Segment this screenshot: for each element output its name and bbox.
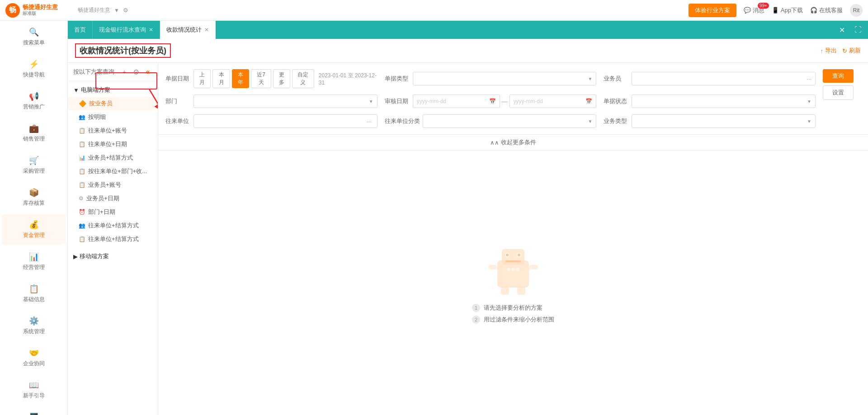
tab-bar: 首页 现金银行流水查询 ✕ 收款情况统计 ✕ ✕ ⛶ [68,21,868,39]
voucher-type-select[interactable]: ▼ [413,72,597,85]
scheme-item-unit-account[interactable]: 📋 往来单位+账号 [68,124,158,137]
review-date-start-input[interactable]: yyyy-mm-dd 📅 [413,94,500,108]
page-content: 收款情况统计(按业务员) ↑ 导出 ↻ 刷新 按以下 [68,39,868,415]
filter-setting-button[interactable]: 设置 [823,85,854,100]
message-action[interactable]: 💬 消息 99+ [744,6,764,14]
active-scheme-icon: 🔶 [79,100,86,107]
user-avatar[interactable]: Rit [850,4,863,17]
mobile-scheme-group-title[interactable]: ▶ 移动端方案 [68,250,158,263]
collapse-label: 收起更多条件 [501,138,536,146]
scheme-item-unit-settlement2[interactable]: 📋 往来单位+结算方式 [68,232,158,246]
query-buttons: 查询 设置 [823,69,854,100]
sidebar-item-operations[interactable]: 📊 经营管理 [2,246,66,277]
sidebar-item-inventory[interactable]: 📦 库存核算 [2,182,66,212]
sidebar-item-sales[interactable]: 💼 销售管理 [2,118,66,148]
review-date-end-input[interactable]: yyyy-mm-dd 📅 [509,94,597,108]
counterpart-category-select[interactable]: ▼ [423,114,597,128]
counterpart-input[interactable]: ··· [193,114,377,128]
tab-bar-actions: ✕ ⛶ [835,24,868,36]
sidebar-label: 系统管理 [23,328,45,335]
sidebar-item-purchase[interactable]: 🛒 采购管理 [2,150,66,180]
trial-button[interactable]: 体验行业方案 [689,4,736,17]
date-tab-custom[interactable]: 自定义 [292,69,314,88]
counterpart-more-icon[interactable]: ··· [365,118,373,125]
date-tab-more[interactable]: 更多 [273,69,290,88]
salesperson-filter: 业务员 ··· [604,72,816,85]
sidebar-item-basics[interactable]: 📋 基础信息 [2,278,66,309]
svg-point-14 [511,268,515,271]
sidebar-item-hardware[interactable]: 🖥️ 智能硬件 [2,407,66,415]
tab-fullscreen-icon[interactable]: ⛶ [852,24,864,36]
sidebar-item-search[interactable]: 🔍 搜索菜单 [2,22,66,52]
calendar-start-icon: 📅 [489,98,496,104]
hardware-icon: 🖥️ [29,412,39,415]
sidebar-item-guide[interactable]: 📖 新手引导 [2,375,66,405]
scheme-group-desktop: ▼ 电脑端方案 🔶 按业务员 👥 按明细 📋 [68,81,158,248]
add-scheme-button[interactable]: + [120,67,129,76]
tab-bank-flow[interactable]: 现金银行流水查询 ✕ [93,21,160,39]
biz-type-label: 业务类型 [604,117,629,125]
app-download-action[interactable]: 📱 App下载 [772,6,803,14]
top-bar: 畅 畅捷通好生意 标准版 畅捷通好生意 ▼ ⚙ 体验行业方案 💬 消息 99+ … [0,0,868,21]
scheme-item-unit-dept[interactable]: 📋 按往来单位+部门+收... [68,165,158,178]
sidebar-item-finance[interactable]: 💰 资金管理 [2,214,66,245]
voucher-status-filter: 单据状态 ▼ [604,94,816,108]
date-tab-this-month[interactable]: 本月 [212,69,230,88]
desktop-scheme-group-title[interactable]: ▼ 电脑端方案 [68,83,158,97]
collapse-panel-button[interactable]: « [143,67,152,76]
date-tab-last-month[interactable]: 上月 [193,69,211,88]
query-button[interactable]: 查询 [823,69,854,83]
scheme-item-dept-date[interactable]: ⏰ 部门+日期 [68,205,158,219]
filter-area: 单据日期 上月 本月 本年 近7天 更多 自定义 [158,63,868,135]
tab-home[interactable]: 首页 [68,21,93,39]
collapse-bar[interactable]: ∧∧ 收起更多条件 [158,135,868,151]
salesperson-account-icon: 📋 [79,182,85,188]
salesperson-input[interactable]: ··· [632,72,816,85]
dept-select[interactable]: ▼ [193,94,377,108]
scheme-item-unit-settlement1[interactable]: 👥 往来单位+结算方式 [68,219,158,232]
scheme-settings-button[interactable]: ⚙ [132,67,141,76]
sidebar: 🔍 搜索菜单 ⚡ 快捷导航 📢 营销推广 💼 销售管理 🛒 采购管理 📦 库存核… [0,21,68,415]
date-tab-this-year[interactable]: 本年 [232,69,249,88]
detail-icon: 👥 [79,114,85,120]
quicknav-icon: ⚡ [29,59,39,69]
scheme-item-salesperson[interactable]: 🔶 按业务员 [68,97,158,110]
left-panel: 按以下方案查询 + ⚙ « [68,63,158,415]
export-button[interactable]: ↑ 导出 [821,47,837,55]
scheme-item-label: 部门+日期 [88,208,115,216]
scheme-item-label: 往来单位+结算方式 [88,222,139,230]
salesperson-date-icon: ⚙ [79,195,84,202]
svg-rect-12 [517,287,525,295]
expand-arrow-icon2: ▶ [73,253,78,260]
scheme-item-salesperson-settlement[interactable]: 📊 业务员+结算方式 [68,151,158,165]
tab-close-all-icon[interactable]: ✕ [835,24,848,36]
date-tab-7days[interactable]: 近7天 [251,69,271,88]
tab-bank-flow-close[interactable]: ✕ [149,27,153,33]
voucher-status-arrow-icon: ▼ [807,99,811,104]
sidebar-item-system[interactable]: ⚙️ 系统管理 [2,311,66,341]
gear-icon[interactable]: ⚙ [123,7,128,14]
biz-type-select[interactable]: ▼ [632,114,816,128]
tab-receipt-stats[interactable]: 收款情况统计 ✕ [160,21,216,39]
filter-row-1: 单据日期 上月 本月 本年 近7天 更多 自定义 [165,69,861,88]
sidebar-item-collab[interactable]: 🤝 企业协同 [2,343,66,373]
scheme-item-unit-date[interactable]: 📋 往来单位+日期 [68,137,158,151]
sidebar-item-marketing[interactable]: 📢 营销推广 [2,86,66,116]
sidebar-item-quicknav[interactable]: ⚡ 快捷导航 [2,54,66,84]
search-icon: 🔍 [29,27,39,37]
voucher-status-select[interactable]: ▼ [632,94,816,108]
refresh-button[interactable]: ↻ 刷新 [842,47,861,55]
online-service-action[interactable]: 🎧 在线客服 [810,6,843,14]
export-icon: ↑ [821,47,824,54]
scheme-item-detail[interactable]: 👥 按明细 [68,110,158,124]
app-download-label: App下载 [781,6,803,14]
operations-icon: 📊 [29,252,39,262]
svg-rect-11 [501,287,509,295]
logo-icon: 畅 [5,3,20,18]
sidebar-label: 新手引导 [23,392,45,400]
scheme-item-salesperson-date[interactable]: ⚙ 业务员+日期 [68,192,158,205]
tab-receipt-stats-close[interactable]: ✕ [204,27,209,33]
scheme-item-salesperson-account[interactable]: 📋 业务员+账号 [68,178,158,192]
sidebar-label: 搜索菜单 [23,39,45,47]
date-filter-item: 单据日期 上月 本月 本年 近7天 更多 自定义 [165,69,377,88]
